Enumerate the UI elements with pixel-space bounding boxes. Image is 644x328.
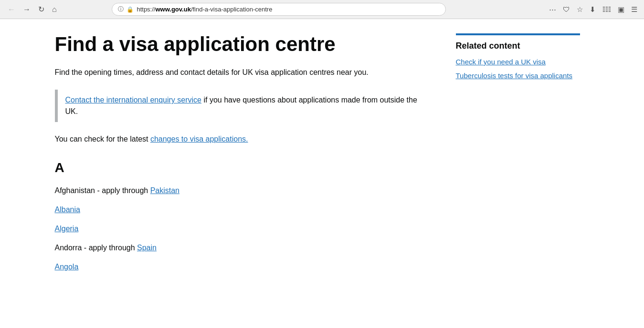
country-list: Afghanistan - apply through Pakistan Alb… xyxy=(55,185,427,273)
home-button[interactable]: ⌂ xyxy=(49,3,60,16)
callout-box: Contact the international enquiry servic… xyxy=(55,90,427,122)
section-letter-a: A xyxy=(55,160,427,175)
changes-link[interactable]: changes to visa applications. xyxy=(150,135,248,143)
bookmarks-library-button[interactable]: 𝕀𝕀𝕀 xyxy=(601,3,613,16)
check-text: You can check for the latest changes to … xyxy=(55,133,427,145)
nav-buttons: ← → ↻ ⌂ xyxy=(5,3,60,16)
list-item: Angola xyxy=(55,261,427,273)
lock-icon: 🔒 xyxy=(127,6,134,13)
list-item: Albania xyxy=(55,204,427,215)
pocket-button[interactable]: 🛡 xyxy=(561,3,572,15)
check-uk-visa-link[interactable]: Check if you need a UK visa xyxy=(456,58,546,66)
related-links: Check if you need a UK visa Tuberculosis… xyxy=(456,57,580,81)
list-item: Algeria xyxy=(55,223,427,235)
menu-button[interactable]: ☰ xyxy=(629,3,639,16)
tuberculosis-link[interactable]: Tuberculosis tests for visa applicants xyxy=(456,72,573,80)
albania-link[interactable]: Albania xyxy=(55,205,80,214)
tab-overview-button[interactable]: ▣ xyxy=(616,3,626,16)
list-item: Andorra - apply through Spain xyxy=(55,242,427,254)
url-text: https://www.gov.uk/find-a-visa-applicati… xyxy=(137,6,440,13)
back-button[interactable]: ← xyxy=(5,3,18,16)
callout-text: Contact the international enquiry servic… xyxy=(65,94,420,117)
pakistan-link[interactable]: Pakistan xyxy=(150,186,179,195)
list-item: Afghanistan - apply through Pakistan xyxy=(55,185,427,196)
forward-button[interactable]: → xyxy=(20,3,33,16)
related-content-title: Related content xyxy=(456,41,580,51)
contact-enquiry-link[interactable]: Contact the international enquiry servic… xyxy=(65,96,202,104)
more-options-button[interactable]: ⋯ xyxy=(547,3,558,16)
section-a: A Afghanistan - apply through Pakistan A… xyxy=(55,160,427,273)
url-prefix: https:// xyxy=(137,6,155,13)
browser-actions: ⋯ 🛡 ☆ ⬇ 𝕀𝕀𝕀 ▣ ☰ xyxy=(547,3,639,16)
page-description: Find the opening times, address and cont… xyxy=(55,67,427,78)
reload-button[interactable]: ↻ xyxy=(35,3,47,16)
angola-link[interactable]: Angola xyxy=(55,263,79,271)
info-icon: ⓘ xyxy=(118,5,124,13)
check-text-prefix: You can check for the latest xyxy=(55,135,150,143)
related-link-item: Check if you need a UK visa xyxy=(456,57,580,67)
main-content: Find a visa application centre Find the … xyxy=(55,33,427,280)
address-bar[interactable]: ⓘ 🔒 https://www.gov.uk/find-a-visa-appli… xyxy=(112,3,446,16)
browser-chrome: ← → ↻ ⌂ ⓘ 🔒 https://www.gov.uk/find-a-vi… xyxy=(0,0,644,19)
page-title: Find a visa application centre xyxy=(55,33,427,55)
sidebar: Related content Check if you need a UK v… xyxy=(456,33,580,280)
url-path: /find-a-visa-application-centre xyxy=(191,6,273,13)
bookmark-button[interactable]: ☆ xyxy=(575,3,585,16)
spain-link[interactable]: Spain xyxy=(137,244,157,252)
page-wrapper: Find a visa application centre Find the … xyxy=(36,19,609,295)
url-domain: www.gov.uk xyxy=(155,6,190,13)
download-button[interactable]: ⬇ xyxy=(588,3,598,16)
related-link-item: Tuberculosis tests for visa applicants xyxy=(456,71,580,81)
related-content-header: Related content xyxy=(456,33,580,51)
algeria-link[interactable]: Algeria xyxy=(55,225,79,233)
